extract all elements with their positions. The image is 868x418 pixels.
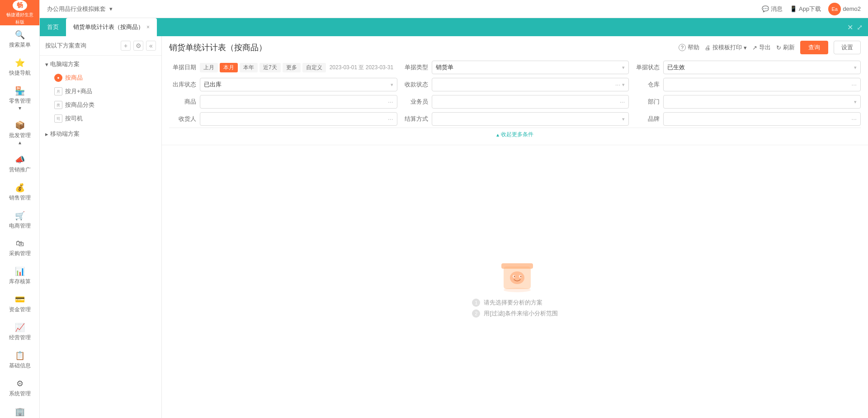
industry-dropdown-icon[interactable]: ▾	[109, 5, 113, 12]
tree-child-by-month-product[interactable]: 月 按月+商品	[49, 85, 161, 98]
filter-warehouse: 仓库 ···	[632, 78, 861, 91]
hint-num-2: 2	[472, 309, 480, 318]
sidebar-item-purchase[interactable]: 🛍 采购管理	[0, 234, 39, 262]
logo-text: 畅捷通好生意	[6, 12, 33, 18]
sidebar-item-retail-label: 零售管理	[9, 97, 31, 105]
wholesale-expand-icon: ▴	[19, 139, 21, 146]
filter-dept: 部门 ▾	[632, 95, 861, 109]
sidebar: 畅 畅捷通好生意 标版 🔍 搜索菜单 ⭐ 快捷导航 🏪 零售管理 ▾ 📦 批发管…	[0, 0, 40, 418]
tab-home[interactable]: 首页	[40, 18, 66, 36]
app-download-btn[interactable]: 📱 App下载	[790, 5, 821, 13]
tree-parent-pc[interactable]: ▾ 电脑端方案	[40, 57, 161, 71]
salesman-control[interactable]: ···	[432, 95, 629, 109]
date-chip-last-month[interactable]: 上月	[200, 63, 218, 72]
sidebar-item-inventory[interactable]: 📊 库存核算	[0, 262, 39, 290]
date-chip-custom[interactable]: 自定义	[302, 63, 326, 72]
tab-sales-stat[interactable]: 销货单统计计表（按商品） ×	[66, 18, 157, 36]
tab-expand-icon[interactable]: ⤢	[857, 23, 863, 32]
tree-child-by-category[interactable]: 类 按商品分类	[49, 98, 161, 112]
hint-num-1: 1	[472, 299, 480, 307]
left-panel-title: 按以下方案查询	[45, 42, 86, 50]
doc-type-control[interactable]: 销货单 ▾	[432, 61, 629, 74]
by-printer-label: 按司机	[65, 114, 83, 123]
payment-method-control[interactable]: ▾	[432, 112, 629, 126]
export-btn[interactable]: ↗ 导出	[752, 43, 771, 52]
product-control[interactable]: ···	[200, 95, 397, 109]
sidebar-item-enterprise[interactable]: 🏢 企业协同	[0, 402, 39, 418]
sidebar-item-ecommerce[interactable]: 🛒 电商管理	[0, 206, 39, 234]
refresh-icon: ↻	[776, 44, 781, 51]
app-icon: 📱	[790, 5, 797, 12]
doc-status-value: 已生效	[667, 63, 852, 71]
page-title: 销货单统计计表（按商品）	[169, 42, 267, 53]
payment-status-label: 收款状态	[401, 81, 428, 89]
doc-type-label: 单据类型	[401, 63, 428, 71]
salesman-label: 业务员	[401, 98, 428, 106]
sales-icon: 💰	[15, 183, 25, 193]
date-chip-this-year[interactable]: 本年	[240, 63, 258, 72]
payment-status-dots: ···	[615, 81, 621, 88]
out-status-control[interactable]: 已出库 ▾	[200, 78, 397, 91]
message-btn[interactable]: 💬 消息	[762, 5, 783, 13]
template-print-btn[interactable]: 🖨 按模板打印 ▾	[705, 43, 747, 52]
sidebar-item-search[interactable]: 🔍 搜索菜单	[0, 25, 39, 53]
date-chip-more[interactable]: 更多	[283, 63, 301, 72]
empty-state: 1 请先选择要分析的方案 2 用[过滤]条件来缩小分析范围	[162, 145, 868, 418]
sidebar-item-wholesale-label: 批发管理	[9, 132, 31, 139]
sidebar-item-basic[interactable]: 📋 基础信息	[0, 346, 39, 374]
receiver-control[interactable]: ···	[200, 112, 397, 126]
out-status-label: 出库状态	[169, 81, 196, 89]
tab-window-close-icon[interactable]: ✕	[847, 23, 853, 32]
tree-parent-mobile[interactable]: ▸ 移动端方案	[40, 127, 161, 141]
refresh-label: 刷新	[783, 43, 795, 52]
sidebar-item-wholesale[interactable]: 📦 批发管理 ▴	[0, 116, 39, 150]
collapse-panel-btn[interactable]: «	[146, 41, 156, 51]
sidebar-item-system[interactable]: ⚙ 系统管理	[0, 374, 39, 402]
settings-scheme-btn[interactable]: ⚙	[133, 41, 143, 51]
help-label: 帮助	[688, 43, 699, 52]
logo[interactable]: 畅 畅捷通好生意 标版	[0, 0, 40, 25]
collapse-more-btn[interactable]: ▴ 收起更多条件	[169, 128, 861, 141]
print-dropdown-icon: ▾	[744, 44, 747, 51]
sidebar-item-quicknav[interactable]: ⭐ 快捷导航	[0, 53, 39, 81]
logo-icon: 畅	[13, 0, 27, 11]
export-label: 导出	[759, 43, 771, 52]
sidebar-item-sales[interactable]: 💰 销售管理	[0, 178, 39, 206]
message-label: 消息	[771, 5, 783, 13]
filter-payment-status: 收款状态 ··· ▾	[401, 78, 629, 91]
sidebar-item-search-label: 搜索菜单	[9, 41, 31, 49]
sidebar-item-marketing[interactable]: 📣 营销推广	[0, 150, 39, 178]
user-profile-btn[interactable]: Ea demo2	[828, 3, 861, 15]
tree-pc-label: 电脑端方案	[50, 60, 80, 68]
main-area: 办公用品行业模拟账套 ▾ 💬 消息 📱 App下载 Ea demo2 首页	[40, 0, 868, 418]
sidebar-item-finance[interactable]: 💳 资金管理	[0, 290, 39, 318]
left-panel: 按以下方案查询 + ⚙ « ▾ 电脑端方案 ● 按商品	[40, 36, 162, 418]
query-btn[interactable]: 查询	[800, 41, 828, 54]
date-chip-this-month[interactable]: 本月	[220, 63, 238, 72]
product-label: 商品	[169, 98, 196, 106]
tree-child-by-printer[interactable]: 司 按司机	[49, 112, 161, 125]
tree-child-by-product[interactable]: ● 按商品	[49, 71, 161, 85]
sidebar-item-ops-label: 经营管理	[9, 334, 31, 342]
filter-date: 单据日期 上月 本月 本年 近7天 更多 自定义 2023-03-01 至 20…	[169, 61, 397, 74]
doc-status-control[interactable]: 已生效 ▾	[663, 61, 861, 74]
collapse-up-icon: ▴	[496, 132, 499, 138]
svg-point-5	[514, 276, 515, 277]
brand-control[interactable]: ···	[663, 112, 861, 126]
sidebar-item-system-label: 系统管理	[9, 390, 31, 398]
filter-out-status: 出库状态 已出库 ▾	[169, 78, 397, 91]
tab-close-icon[interactable]: ×	[146, 24, 150, 30]
dept-control[interactable]: ▾	[663, 95, 861, 109]
payment-status-control[interactable]: ··· ▾	[432, 78, 629, 91]
tabbar: 首页 销货单统计计表（按商品） × ✕ ⤢	[40, 18, 868, 36]
refresh-btn[interactable]: ↻ 刷新	[776, 43, 795, 52]
template-print-label: 按模板打印	[712, 43, 742, 52]
settings-btn[interactable]: 设置	[834, 41, 861, 54]
sidebar-item-ops[interactable]: 📈 经营管理	[0, 318, 39, 346]
help-btn[interactable]: ? 帮助	[679, 43, 699, 52]
warehouse-control[interactable]: ···	[663, 78, 861, 91]
date-chip-7days[interactable]: 近7天	[259, 63, 281, 72]
add-scheme-btn[interactable]: +	[121, 41, 131, 51]
payment-status-dropdown-icon: ▾	[622, 82, 625, 88]
sidebar-item-retail[interactable]: 🏪 零售管理 ▾	[0, 81, 39, 116]
